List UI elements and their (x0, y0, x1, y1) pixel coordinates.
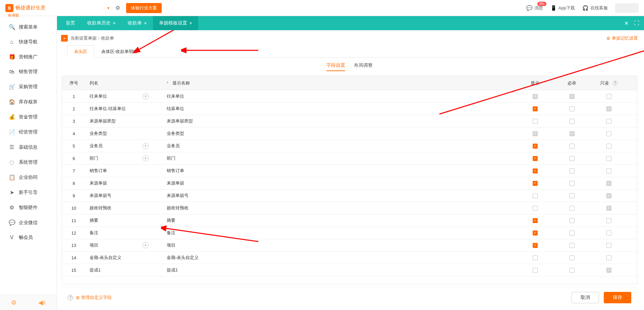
checkbox[interactable] (570, 168, 575, 173)
plus-icon[interactable]: + (143, 93, 149, 99)
checkbox[interactable] (570, 218, 575, 223)
checkbox[interactable] (606, 168, 611, 173)
section-tab[interactable]: 表头区 (67, 45, 94, 58)
cell-displayname[interactable]: 超收转预收 (163, 205, 517, 211)
sidebar-item[interactable]: 🛒采购管理 (0, 79, 57, 94)
checkbox (606, 181, 611, 186)
checkbox[interactable] (533, 106, 538, 111)
checkbox[interactable] (570, 156, 575, 161)
plus-icon[interactable]: + (143, 242, 149, 248)
checkbox[interactable] (606, 144, 611, 149)
cell-displayname[interactable]: 结算单位 (163, 106, 517, 112)
tab[interactable]: 首页 (60, 16, 81, 30)
checkbox[interactable] (570, 243, 575, 248)
plus-icon[interactable]: + (143, 143, 149, 149)
gear-icon[interactable]: ⚙ (115, 5, 120, 11)
checkbox[interactable] (606, 156, 611, 161)
checkbox[interactable] (533, 193, 538, 198)
tab[interactable]: 单据模板设置✕ (153, 16, 198, 30)
sub-tab[interactable]: 布局调整 (354, 62, 373, 71)
help-icon[interactable]: ? (68, 295, 73, 300)
checkbox[interactable] (533, 144, 538, 149)
close-all-icon[interactable]: ✕ (624, 20, 629, 27)
checkbox[interactable] (533, 119, 538, 124)
sidebar-item[interactable]: ➤新手引导 (0, 185, 57, 200)
checkbox[interactable] (533, 168, 538, 173)
sidebar-item[interactable]: 💬企业微信 (0, 215, 57, 230)
messages-link[interactable]: 💬 消息 99+ (526, 5, 543, 11)
sidebar-item[interactable]: 🎁营销推广 (0, 49, 57, 64)
checkbox[interactable] (533, 268, 538, 273)
cell-displayname[interactable]: 部门 (163, 155, 517, 161)
trial-button[interactable]: 体验行业方案 (126, 3, 162, 13)
close-icon[interactable]: ✕ (189, 21, 192, 25)
help-icon[interactable]: ? (613, 81, 618, 86)
checkbox[interactable] (533, 230, 538, 236)
user-avatar[interactable] (615, 3, 639, 13)
checkbox[interactable] (533, 218, 538, 223)
checkbox[interactable] (570, 106, 575, 111)
memory-settings-link[interactable]: ⚙ 单据记忆设置 (606, 35, 638, 41)
checkbox[interactable] (570, 193, 575, 198)
section-tab[interactable]: 表体区-收款单明细 (94, 45, 145, 58)
sidebar-item[interactable]: 💰资金管理 (0, 109, 57, 124)
checkbox[interactable] (533, 181, 538, 186)
sidebar-item[interactable]: V畅会员 (0, 230, 57, 245)
checkbox[interactable] (606, 230, 611, 236)
checkbox[interactable] (606, 255, 611, 260)
cell-displayname[interactable]: 摘要 (163, 217, 517, 223)
checkbox[interactable] (533, 255, 538, 260)
checkbox[interactable] (570, 181, 575, 186)
download-link[interactable]: 📱 App下载 (550, 5, 575, 11)
sub-tab[interactable]: 字段设置 (326, 62, 345, 71)
cancel-button[interactable]: 取消 (572, 292, 599, 303)
cell-displayname[interactable]: 来源单据号 (163, 193, 517, 199)
checkbox[interactable] (606, 131, 611, 136)
sidebar-item[interactable]: ◌系统管理 (0, 155, 57, 170)
cell-displayname[interactable]: 备注 (163, 230, 517, 236)
collapse-toggle[interactable]: » (61, 35, 68, 42)
checkbox[interactable] (606, 243, 611, 248)
checkbox[interactable] (533, 156, 538, 161)
fullscreen-icon[interactable]: ⛶ (634, 20, 639, 26)
cell-displayname[interactable]: 销售订单 (163, 168, 517, 174)
checkbox[interactable] (533, 206, 538, 211)
sidebar-item[interactable]: 🔍搜索菜单 (0, 19, 57, 35)
sidebar-item[interactable]: ☰基础信息 (0, 140, 57, 155)
checkbox[interactable] (533, 243, 538, 248)
checkbox[interactable] (570, 144, 575, 149)
sidebar-item[interactable]: ⚙智能硬件 (0, 200, 57, 215)
checkbox[interactable] (606, 218, 611, 223)
checkbox[interactable] (570, 268, 575, 273)
checkbox[interactable] (606, 119, 611, 124)
collapse-icon[interactable]: ◀⦀ (38, 299, 46, 306)
company-selector[interactable]: ▾ (69, 5, 109, 11)
checkbox[interactable] (570, 119, 575, 124)
cell-displayname[interactable]: 业务员 (163, 143, 517, 149)
sidebar-item[interactable]: ⌂快捷导航 (0, 35, 57, 49)
close-icon[interactable]: ✕ (113, 21, 116, 25)
manage-custom-fields-link[interactable]: ⚙ 管理自定义字段 (76, 295, 112, 301)
cell-displayname[interactable]: 业务类型 (163, 131, 517, 137)
tab[interactable]: 收款单✕ (122, 16, 153, 30)
cell-displayname[interactable]: 来源单据类型 (163, 118, 517, 124)
cell-displayname[interactable]: 往来单位 (163, 93, 517, 99)
close-icon[interactable]: ✕ (144, 21, 147, 25)
checkbox[interactable] (570, 206, 575, 211)
cell-displayname[interactable]: 项目 (163, 242, 517, 248)
cell-displayname[interactable]: 来源单据 (163, 180, 517, 186)
checkbox[interactable] (570, 255, 575, 260)
save-button[interactable]: 保存 (604, 292, 631, 303)
service-link[interactable]: 🎧 在线客服 (582, 5, 608, 11)
sidebar-item[interactable]: 📄经营管理 (0, 124, 57, 140)
sidebar-item[interactable]: 🏠库存核算 (0, 94, 57, 109)
plus-icon[interactable]: + (143, 155, 149, 161)
cell-displayname[interactable]: 金额-表头自定义 (163, 255, 517, 261)
sidebar-item[interactable]: 🛍销售管理 (0, 64, 57, 79)
checkbox[interactable] (570, 230, 575, 236)
settings-icon[interactable]: ⚙ (11, 299, 16, 306)
cell-displayname[interactable]: 提成1 (163, 267, 517, 273)
tab[interactable]: 收款单历史✕ (81, 16, 122, 30)
sidebar-item[interactable]: 📋企业协同 (0, 170, 57, 185)
checkbox[interactable] (606, 94, 611, 99)
